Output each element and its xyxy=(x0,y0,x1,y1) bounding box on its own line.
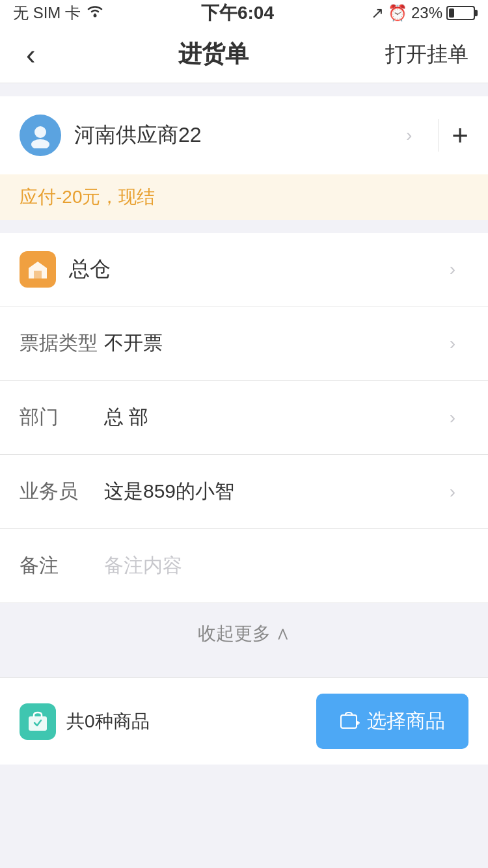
salesperson-value: 这是859的小智 xyxy=(104,478,450,505)
svg-point-0 xyxy=(94,14,97,18)
alarm-icon: ⏰ xyxy=(388,4,407,22)
remark-input[interactable]: 备注内容 xyxy=(104,552,468,579)
battery-icon xyxy=(446,6,475,20)
section-gap-1 xyxy=(0,83,488,96)
add-button[interactable]: + xyxy=(452,121,468,150)
page-title: 进货单 xyxy=(178,38,249,70)
ticket-type-chevron-icon: › xyxy=(450,333,455,354)
select-product-label: 选择商品 xyxy=(367,708,445,735)
select-product-icon xyxy=(340,711,360,732)
svg-rect-6 xyxy=(341,715,357,728)
salesperson-row[interactable]: 业务员 这是859的小智 › xyxy=(0,454,488,528)
select-product-button[interactable]: 选择商品 xyxy=(316,694,468,749)
battery-percentage: 23% xyxy=(411,4,442,22)
notice-text: 应付-20元，现结 xyxy=(20,187,155,207)
svg-point-1 xyxy=(34,126,46,138)
svg-rect-4 xyxy=(34,271,42,278)
svg-point-2 xyxy=(31,139,49,148)
wifi-icon xyxy=(86,4,104,22)
bottom-bar: 共0种商品 选择商品 xyxy=(0,677,488,765)
collapse-button[interactable]: 收起更多 ∧ xyxy=(0,603,488,664)
salesperson-chevron-icon: › xyxy=(450,481,455,502)
status-left: 无 SIM 卡 xyxy=(13,3,104,23)
ticket-type-label: 票据类型 xyxy=(20,330,104,357)
supplier-avatar xyxy=(20,115,61,156)
nav-bar: ‹ 进货单 打开挂单 xyxy=(0,26,488,83)
product-count-icon xyxy=(20,703,56,740)
vertical-divider xyxy=(438,119,439,152)
carrier-label: 无 SIM 卡 xyxy=(13,3,81,23)
ticket-type-row[interactable]: 票据类型 不开票 › xyxy=(0,306,488,380)
supplier-row[interactable]: 河南供应商22 › + xyxy=(0,96,488,174)
supplier-card: 河南供应商22 › + 应付-20元，现结 xyxy=(0,96,488,220)
salesperson-label: 业务员 xyxy=(20,478,104,505)
status-right: ↗ ⏰ 23% xyxy=(371,4,475,22)
section-gap-2 xyxy=(0,220,488,233)
product-count-text: 共0种商品 xyxy=(66,709,150,734)
department-row[interactable]: 部门 总 部 › xyxy=(0,380,488,454)
ticket-type-value: 不开票 xyxy=(104,330,450,357)
department-chevron-icon: › xyxy=(450,407,455,428)
supplier-name: 河南供应商22 xyxy=(74,121,406,150)
status-time: 下午6:04 xyxy=(201,1,274,25)
warehouse-card: 总仓 › 票据类型 不开票 › 部门 总 部 › 业务员 这是859的小智 › … xyxy=(0,233,488,603)
warehouse-chevron-icon: › xyxy=(450,259,455,280)
back-button[interactable]: ‹ xyxy=(20,32,42,77)
remark-label: 备注 xyxy=(20,552,104,579)
remark-row[interactable]: 备注 备注内容 xyxy=(0,528,488,603)
warehouse-row[interactable]: 总仓 › xyxy=(0,233,488,306)
notice-bar: 应付-20元，现结 xyxy=(0,174,488,220)
warehouse-icon xyxy=(20,251,56,288)
warehouse-name: 总仓 xyxy=(69,255,450,284)
department-label: 部门 xyxy=(20,404,104,431)
status-bar: 无 SIM 卡 下午6:04 ↗ ⏰ 23% xyxy=(0,0,488,26)
open-pending-button[interactable]: 打开挂单 xyxy=(385,40,468,69)
bottom-left: 共0种商品 xyxy=(20,703,150,740)
location-icon: ↗ xyxy=(371,4,384,22)
supplier-chevron-icon: › xyxy=(406,125,412,146)
department-value: 总 部 xyxy=(104,404,450,431)
